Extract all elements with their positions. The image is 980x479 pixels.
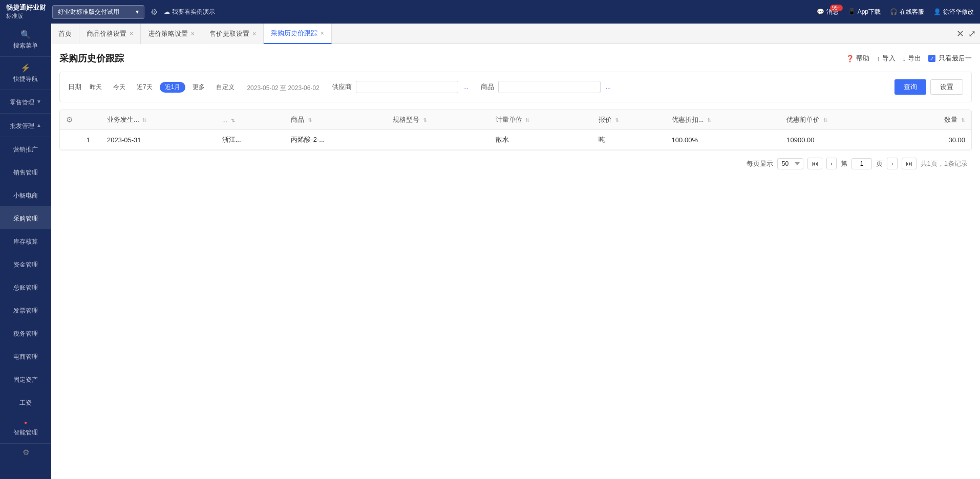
tab-commodity-price[interactable]: 商品价格设置 × (79, 24, 141, 44)
sidebar-item-invoice[interactable]: 发票管理 (0, 298, 51, 321)
page-input[interactable] (851, 158, 872, 169)
sidebar-item-smart[interactable]: ● 智能管理 (0, 413, 51, 443)
date-7days[interactable]: 近7天 (133, 82, 157, 93)
table-settings-icon[interactable]: ⚙ (66, 115, 73, 124)
date-more[interactable]: 更多 (188, 82, 209, 93)
date-range-text: 2023-05-02 至 2023-06-02 (247, 84, 319, 93)
product-filter-group: 商品 ... (481, 81, 611, 93)
sidebar-item-sales[interactable]: 销售管理 (0, 160, 51, 183)
date-custom[interactable]: 自定义 (212, 82, 239, 93)
col-unit[interactable]: 计量单位 ⇅ (489, 110, 592, 130)
tab-commodity-price-close[interactable]: × (130, 30, 133, 37)
sidebar-item-payroll[interactable]: 工资 (0, 390, 51, 413)
messages-button[interactable]: 💬 消息 99+ (817, 8, 839, 16)
tab-sale-price[interactable]: 售价提取设置 × (202, 24, 264, 44)
table-wrap: ⚙ 业务发生... ⇅ ... ⇅ (59, 110, 972, 150)
sort-unit-icon: ⇅ (525, 117, 529, 123)
sidebar-search[interactable]: 🔍 搜索菜单 (0, 24, 51, 57)
logo-area: 畅捷通好业财 标准版 (6, 4, 46, 19)
col-product[interactable]: 商品 ⇅ (285, 110, 387, 130)
export-icon: ↓ (903, 55, 906, 62)
search-icon: 🔍 (20, 30, 31, 39)
help-button[interactable]: ❓ 帮助 (846, 54, 869, 63)
sidebar-quick-nav[interactable]: ⚡ 快捷导航 (0, 57, 51, 90)
date-1month[interactable]: 近1月 (160, 82, 186, 93)
tab-purchase-strategy[interactable]: 进价策略设置 × (141, 24, 202, 44)
col-quantity[interactable]: 数量 ⇅ (898, 110, 971, 130)
sidebar-search-label: 搜索菜单 (13, 41, 38, 50)
prev-page-button[interactable]: ‹ (826, 158, 837, 169)
demo-link-label: 我要看实例演示 (172, 8, 215, 16)
tab-sale-price-close[interactable]: × (252, 30, 256, 37)
export-button[interactable]: ↓ 导出 (903, 54, 922, 63)
online-service-button[interactable]: 🎧 在线客服 (890, 8, 924, 16)
tab-purchase-strategy-close[interactable]: × (191, 30, 195, 37)
sidebar-item-ecommerce[interactable]: 电商管理 (0, 344, 51, 367)
only-last-checkbox-icon: ✓ (928, 55, 935, 62)
settings-button[interactable]: 设置 (930, 79, 963, 95)
supplier-more[interactable]: ... (463, 83, 468, 91)
row-pre-discount-price-cell: 10900.00 (780, 130, 898, 150)
app-container: 畅捷通好业财 标准版 好业财标准版交付试用 ▾ ⚙ ☁ 我要看实例演示 💬 消息… (0, 0, 980, 479)
sidebar-item-fixed-assets[interactable]: 固定资产 (0, 367, 51, 390)
first-page-button[interactable]: ⏮ (807, 158, 822, 169)
demo-link[interactable]: ☁ 我要看实例演示 (164, 8, 215, 16)
app-download-button[interactable]: 📱 App下载 (848, 8, 881, 16)
sidebar-item-finance[interactable]: 资金管理 (0, 252, 51, 275)
only-last-checkbox[interactable]: ✓ 只看最后一 (928, 54, 972, 63)
supplier-label: 供应商 (332, 82, 352, 92)
query-button[interactable]: 查询 (894, 79, 926, 95)
sidebar-item-marketing[interactable]: 营销推广 (0, 137, 51, 160)
sidebar-item-purchase[interactable]: 采购管理 (0, 206, 51, 229)
sidebar-item-inventory[interactable]: 库存核算 (0, 229, 51, 252)
supplier-filter-group: 供应商 ... (332, 81, 468, 93)
col-discount[interactable]: 优惠折扣... ⇅ (666, 110, 781, 130)
last-page-button[interactable]: ⏭ (902, 158, 917, 169)
row-seq-cell: 1 (80, 130, 101, 150)
date-yesterday[interactable]: 昨天 (86, 82, 106, 93)
sidebar-item-tax[interactable]: 税务管理 (0, 321, 51, 344)
page-header-right: ❓ 帮助 ↑ 导入 ↓ 导出 ✓ 只看最后一 (846, 54, 972, 63)
row-unit-cell: 散水 (489, 130, 592, 150)
tab-purchase-history[interactable]: 采购历史价跟踪 × (264, 24, 332, 44)
sidebar-item-ecommerce-small[interactable]: 小畅电商 (0, 183, 51, 206)
col-settings[interactable]: ⚙ (60, 110, 80, 130)
sidebar: 🔍 搜索菜单 ⚡ 快捷导航 零售管理 ▼ 批发管理 ▲ 营销推广 销售管理 (0, 24, 51, 479)
sidebar-settings-icon[interactable]: ⚙ (23, 448, 29, 457)
top-settings-icon[interactable]: ⚙ (151, 7, 158, 17)
tab-home[interactable]: 首页 (51, 24, 79, 44)
table-header: ⚙ 业务发生... ⇅ ... ⇅ (60, 110, 971, 130)
tab-expand-button[interactable]: ⤢ (968, 28, 976, 39)
col-quote[interactable]: 报价 ⇅ (592, 110, 666, 130)
date-filter-label: 日期 (68, 82, 81, 92)
sidebar-item-wholesale[interactable]: 批发管理 ▲ (0, 114, 51, 137)
col-biz-date[interactable]: 业务发生... ⇅ (101, 110, 216, 130)
product-input[interactable] (498, 81, 601, 93)
col-spec-label: 规格型号 (393, 116, 419, 123)
date-filter-group: 日期 昨天 今天 近7天 近1月 更多 自定义 (68, 82, 239, 93)
date-today[interactable]: 今天 (109, 82, 130, 93)
sidebar-item-ledger[interactable]: 总账管理 (0, 275, 51, 298)
user-profile-button[interactable]: 👤 徐泽华修改 (933, 8, 974, 16)
version-selector[interactable]: 好业财标准版交付试用 ▾ (52, 5, 144, 19)
row-biz-date-cell: 2023-05-31 (101, 130, 216, 150)
table-header-row: ⚙ 业务发生... ⇅ ... ⇅ (60, 110, 971, 130)
tab-purchase-strategy-label: 进价策略设置 (148, 29, 188, 38)
sort-pre-discount-icon: ⇅ (823, 117, 827, 123)
tab-close-all-button[interactable]: ✕ (956, 28, 964, 39)
product-label: 商品 (481, 82, 494, 92)
col-spec[interactable]: 规格型号 ⇅ (387, 110, 489, 130)
product-more[interactable]: ... (606, 83, 611, 91)
col-biz-date-label: 业务发生... (107, 116, 139, 123)
tab-sale-price-label: 售价提取设置 (209, 29, 249, 38)
import-button[interactable]: ↑ 导入 (877, 54, 896, 63)
next-page-button[interactable]: › (887, 158, 897, 169)
col-more[interactable]: ... ⇅ (216, 110, 285, 130)
per-page-select[interactable]: 20 50 100 200 (777, 158, 803, 169)
tab-purchase-history-close[interactable]: × (321, 30, 324, 37)
sidebar-item-retail[interactable]: 零售管理 ▼ (0, 90, 51, 114)
sort-quantity-icon: ⇅ (961, 117, 965, 123)
row-settings-cell (60, 130, 80, 150)
supplier-input[interactable] (356, 81, 458, 93)
col-pre-discount-price[interactable]: 优惠前单价 ⇅ (780, 110, 898, 130)
